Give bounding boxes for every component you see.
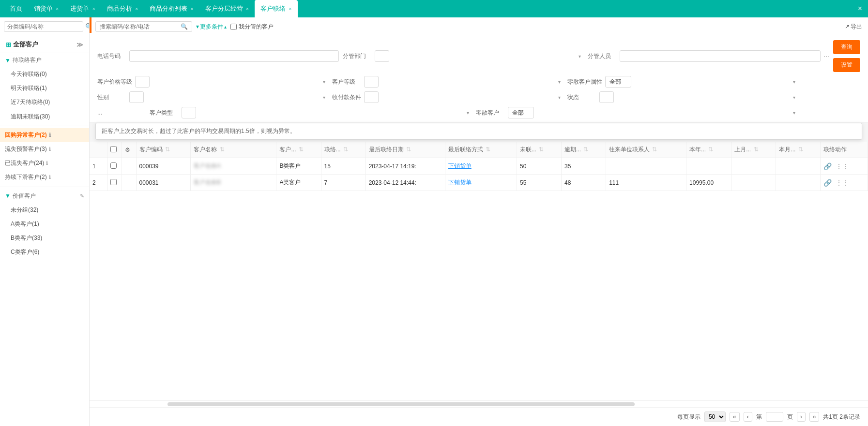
prev-page-btn[interactable]: ‹: [744, 412, 752, 422]
nav-product-analysis-list[interactable]: 商品分析列表 ×: [144, 0, 199, 17]
status-select[interactable]: [599, 91, 614, 103]
sidebar-item-class-b[interactable]: B类客户(33): [0, 231, 89, 245]
row2-checkbox[interactable]: [110, 179, 117, 185]
filter-retail-customer: 零散客户 全部: [476, 107, 798, 118]
close-customer-tier-tab[interactable]: ×: [246, 6, 249, 12]
price-level-select[interactable]: [135, 76, 150, 88]
cell-method-1[interactable]: 下销货单: [445, 158, 517, 175]
more-icon-2[interactable]: ⋮⋮: [836, 179, 849, 187]
nav-home[interactable]: 首页: [4, 0, 28, 17]
horizontal-scrollbar[interactable]: [90, 400, 868, 407]
close-product-analysis-tab[interactable]: ×: [135, 6, 138, 12]
col-contact-count[interactable]: 联络... ⇅: [321, 142, 365, 158]
col-name[interactable]: 客户名称 ⇅: [191, 142, 276, 158]
sidebar-item-churned[interactable]: 已流失客户(24) ℹ: [0, 156, 89, 170]
main-search-input[interactable]: [100, 23, 179, 30]
sidebar-item-repurchase-abnormal[interactable]: 回购异常客户(2) ℹ: [0, 128, 89, 142]
col-contacts[interactable]: 往来单位联系人 ⇅: [606, 142, 686, 158]
table-row: 2 000031 客户名称B A类客户 7 2023-04-12 14:: [90, 175, 868, 191]
select-all-checkbox[interactable]: [110, 146, 117, 152]
first-page-btn[interactable]: «: [730, 412, 740, 422]
nav-customer-tier[interactable]: 客户分层经营 ×: [199, 0, 255, 17]
sidebar-item-7days[interactable]: 近7天待联络(0): [0, 95, 89, 109]
more-dots[interactable]: ...: [97, 109, 102, 116]
col-last-month[interactable]: 上月... ⇅: [731, 142, 776, 158]
cell-method-2[interactable]: 下销货单: [445, 175, 517, 191]
gender-select[interactable]: [129, 91, 144, 103]
sidebar-search-input[interactable]: [4, 21, 83, 32]
col-overdue[interactable]: 逾期... ⇅: [562, 142, 606, 158]
sidebar-all-customers[interactable]: ⊞ 全部客户 ≫: [0, 36, 89, 53]
query-button[interactable]: 查询: [833, 40, 860, 54]
export-btn[interactable]: ↗ 导出: [845, 23, 862, 31]
cell-last-month-2: [731, 175, 776, 191]
col-last-contact-date[interactable]: 最后联络日期 ⇅: [365, 142, 445, 158]
sidebar-item-overdue-contact[interactable]: 逾期未联络(30): [0, 110, 89, 124]
retail-attr-select[interactable]: 全部: [605, 76, 631, 88]
sidebar-item-unclassified[interactable]: 未分组(32): [0, 203, 89, 217]
scrollbar-thumb[interactable]: [168, 402, 635, 406]
main-search-icon[interactable]: 🔍: [181, 23, 188, 30]
nav-sales[interactable]: 销货单 ×: [28, 0, 64, 17]
edit-icon[interactable]: ✎: [80, 193, 84, 199]
sidebar-collapse-btn[interactable]: ≫: [76, 41, 83, 48]
phone-input[interactable]: [129, 50, 339, 62]
col-uncontacted[interactable]: 未联... ⇅: [517, 142, 561, 158]
cell-index-1: 1: [90, 158, 107, 175]
customer-type-select[interactable]: [182, 107, 196, 118]
sidebar-search-icon[interactable]: 🔍: [85, 23, 90, 30]
sidebar-section-value[interactable]: ▼ 价值客户 ✎: [0, 189, 89, 203]
col-code[interactable]: 客户编码 ⇅: [136, 142, 191, 158]
col-settings[interactable]: ⚙: [122, 142, 136, 158]
col-this-month[interactable]: 本月... ⇅: [776, 142, 821, 158]
customer-level-select[interactable]: [364, 76, 379, 88]
close-sales-tab[interactable]: ×: [56, 6, 59, 12]
current-page-input[interactable]: 1: [766, 412, 783, 422]
cell-code-2: 000031: [136, 175, 191, 191]
info-icon-churned: ℹ: [46, 159, 48, 168]
view-icon-2[interactable]: 🔗: [823, 179, 832, 187]
nav-product-analysis[interactable]: 商品分析 ×: [101, 0, 144, 17]
filter-row-3: 性别 收付款条件: [97, 91, 860, 103]
row1-checkbox[interactable]: [110, 162, 117, 169]
table-header-row: ⚙ 客户编码 ⇅ 客户名称 ⇅ 客户... ⇅: [90, 142, 868, 158]
close-product-list-tab[interactable]: ×: [190, 6, 193, 12]
person-dots[interactable]: ···: [823, 52, 829, 60]
settings-button[interactable]: 设置: [833, 58, 860, 72]
col-customer-type[interactable]: 客户... ⇅: [276, 142, 321, 158]
filter-row-2: 客户价格等级 客户等级: [97, 76, 860, 88]
total-records-label: 共1页 2条记录: [823, 413, 860, 421]
export-icon: ↗: [845, 23, 850, 30]
pagination: 每页显示 50 « ‹ 第 1 页 › » 共1页 2条记录: [90, 407, 868, 426]
cell-uncontacted-1: 50: [517, 158, 561, 175]
close-customer-contact-tab[interactable]: ×: [289, 6, 291, 12]
content-area: 🔍 ▾ 更多条件 ▴ 我分管的客户 ↗ 导出: [90, 17, 868, 426]
sidebar-item-tomorrow[interactable]: 明天待联络(1): [0, 81, 89, 95]
my-customers-checkbox[interactable]: [230, 24, 237, 30]
last-page-btn[interactable]: »: [809, 412, 820, 422]
more-conditions-btn[interactable]: ▾ 更多条件 ▴: [196, 23, 227, 31]
person-input[interactable]: [620, 50, 821, 62]
close-all-tabs[interactable]: ×: [858, 4, 862, 13]
filter-row-4: ... 客户类型 零散客户 全: [97, 107, 860, 118]
sidebar-item-class-c[interactable]: C类客户(6): [0, 245, 89, 259]
total-pages-label: 页: [787, 413, 793, 421]
sidebar-item-class-a[interactable]: A类客户(1): [0, 217, 89, 231]
sidebar-item-declining[interactable]: 持续下滑客户(2) ℹ: [0, 170, 89, 184]
view-icon-1[interactable]: 🔗: [823, 162, 832, 170]
dept-select[interactable]: [375, 50, 389, 62]
more-icon-1[interactable]: ⋮⋮: [836, 162, 849, 170]
next-page-btn[interactable]: ›: [797, 412, 806, 422]
payment-select[interactable]: [364, 91, 379, 103]
col-this-year[interactable]: 本年... ⇅: [686, 142, 731, 158]
col-last-contact-method[interactable]: 最后联络方式 ⇅: [445, 142, 517, 158]
sidebar-item-today[interactable]: 今天待联络(0): [0, 67, 89, 81]
sidebar-section-pending[interactable]: ▼ 待联络客户: [0, 53, 89, 67]
per-page-select[interactable]: 50: [704, 411, 726, 422]
action-icons-2: 🔗 ⋮⋮: [823, 179, 865, 187]
nav-purchase[interactable]: 进货单 ×: [64, 0, 101, 17]
close-purchase-tab[interactable]: ×: [92, 6, 95, 12]
nav-customer-contact[interactable]: 客户联络 ×: [255, 0, 297, 17]
sidebar-item-churn-warning[interactable]: 流失预警客户(3) ℹ: [0, 142, 89, 156]
retail-customer-select[interactable]: 全部: [508, 107, 534, 118]
